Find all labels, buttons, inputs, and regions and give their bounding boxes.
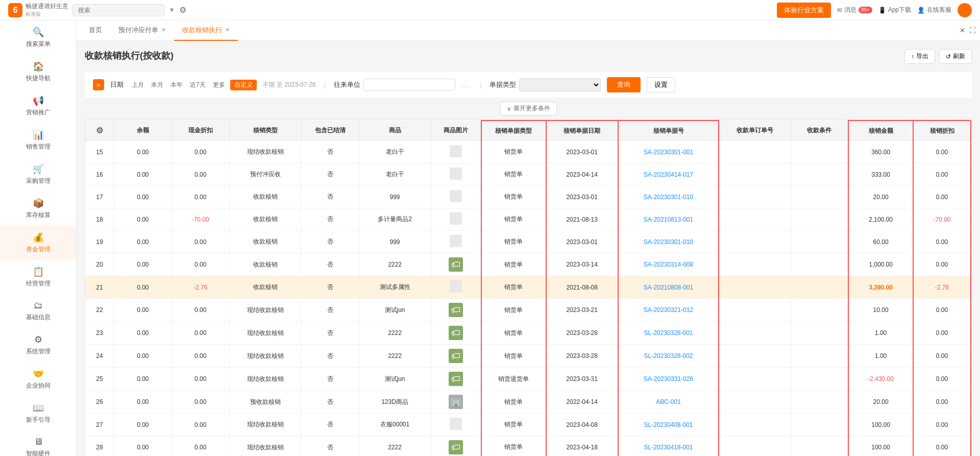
sidebar-item-basic-info[interactable]: 🗂 基础信息	[0, 294, 76, 328]
sidebar-label-operation: 经营管理	[26, 279, 51, 288]
cell-cash-discount: 0.00	[172, 436, 229, 457]
cell-bill-no: SA-20210808-001	[618, 276, 719, 299]
sidebar-item-operation[interactable]: 📋 经营管理	[0, 260, 76, 294]
close-tab-icon[interactable]: ✕	[960, 27, 965, 34]
sidebar-item-search-menu[interactable]: 🔍 搜索菜单	[0, 20, 76, 55]
export-button[interactable]: ↑ 导出	[904, 49, 935, 64]
cell-bill-date: 2023-04-18	[546, 436, 618, 457]
online-service-btn[interactable]: 👤 在线客服	[917, 6, 951, 14]
date-opt-this-year[interactable]: 本年	[168, 80, 185, 90]
col-header-bill-type: 核销单据类型	[481, 121, 546, 141]
cell-cancel-type: 收款核销	[229, 231, 301, 253]
cell-row-num: 26	[85, 391, 114, 414]
bill-no-link[interactable]: SA-20230314-008	[644, 261, 693, 268]
query-button[interactable]: 查询	[607, 77, 641, 92]
cell-product-img: 🏷	[431, 322, 481, 345]
tab-prepay[interactable]: 预付冲应付单 ✕	[110, 20, 174, 41]
bill-no-link[interactable]: SL-20230408-001	[644, 421, 693, 428]
sidebar-item-purchase[interactable]: 🛒 采购管理	[0, 157, 76, 191]
sidebar-item-inventory[interactable]: 📦 库存核算	[0, 191, 76, 226]
message-btn[interactable]: ✉ 消息 99+	[837, 6, 872, 14]
sidebar-item-hardware[interactable]: 🖥 智能硬件	[0, 430, 76, 456]
tab-receipt-cancel-close-icon[interactable]: ✕	[225, 27, 230, 33]
expand-more-button[interactable]: ∨ 展开更多条件	[500, 102, 557, 115]
cell-bill-date: 2023-03-01	[546, 141, 618, 163]
date-opt-more[interactable]: 更多	[211, 80, 227, 90]
sidebar-item-enterprise[interactable]: 🤝 企业协同	[0, 362, 76, 396]
col-header-settings[interactable]: ⚙	[85, 121, 114, 141]
product-image: 🏷	[449, 349, 463, 363]
table-settings-icon[interactable]: ⚙	[96, 126, 103, 135]
cell-row-num: 28	[85, 436, 114, 457]
cell-cancel-type: 预付冲应收	[229, 163, 301, 186]
sidebar-item-quick-nav[interactable]: 🏠 快捷导航	[0, 55, 76, 89]
cell-cash-discount: 0.00	[172, 322, 229, 345]
bill-no-link[interactable]: SA-20230414-017	[644, 171, 693, 178]
cell-cancel-amount: 60.00	[848, 231, 913, 253]
filter-bill-type-select[interactable]	[519, 78, 601, 91]
bill-no-link[interactable]: SA-20230301-010	[644, 194, 693, 201]
sidebar-label-finance: 资金管理	[26, 245, 51, 254]
bill-no-link[interactable]: SA-20210813-001	[644, 216, 693, 223]
cell-cash-discount: 0.00	[172, 368, 229, 391]
cell-cancel-amount: 100.00	[848, 414, 913, 436]
cell-cancel-type: 现结收款核销	[229, 368, 301, 391]
cell-bill-type: 销货退货单	[481, 368, 546, 391]
solution-button[interactable]: 体验行业方案	[777, 3, 831, 18]
layout: 🔍 搜索菜单 🏠 快捷导航 📢 营销推广 📊 销售管理 🛒 采购管理 📦 库存核…	[0, 20, 980, 456]
filter-expand-button[interactable]: »	[93, 79, 104, 90]
app-download-btn[interactable]: 📱 App下载	[878, 6, 911, 14]
bill-no-link[interactable]: SA-20230301-010	[644, 238, 693, 246]
cell-cancel-amount: -2,430.00	[848, 368, 913, 391]
date-range-text: 不限 至 2023-07-26	[263, 81, 316, 89]
filter-bill-type: 单据类型	[489, 78, 601, 91]
cell-cancel-type: 现结收款核销	[229, 436, 301, 457]
bill-no-link[interactable]: SA-20230321-012	[644, 306, 693, 314]
bill-no-link[interactable]: SL-20230328-002	[644, 352, 693, 359]
maximize-icon[interactable]: ⛶	[969, 27, 976, 34]
cell-cancel-discount: 0.00	[913, 141, 971, 163]
tab-home[interactable]: 首页	[81, 20, 110, 41]
bill-no-link[interactable]: ABC-001	[656, 398, 681, 405]
sidebar-label-sales: 销售管理	[26, 142, 51, 151]
settings-icon[interactable]: ⚙	[179, 5, 186, 15]
date-opt-this-month[interactable]: 本月	[149, 80, 165, 90]
main-content: 首页 预付冲应付单 ✕ 收款核销执行 ✕ ✕ ⛶ 收款核销执行(按收款) ↑	[77, 20, 980, 456]
bill-no-link[interactable]: SA-20230331-026	[644, 375, 693, 382]
date-opt-last-month[interactable]: 上月	[130, 80, 146, 90]
search-input[interactable]	[72, 4, 164, 16]
cell-receipt-condition	[791, 208, 848, 231]
sidebar-item-guide[interactable]: 📖 新手引导	[0, 396, 76, 430]
filter-date-label: 日期	[110, 80, 124, 89]
bill-no-link[interactable]: SL-20230418-001	[644, 444, 693, 451]
tab-receipt-cancel[interactable]: 收款核销执行 ✕	[174, 20, 238, 41]
cell-cancel-discount: 0.00	[913, 253, 971, 276]
date-opt-7days[interactable]: 近7天	[188, 80, 208, 90]
sidebar-item-sales[interactable]: 📊 销售管理	[0, 123, 76, 157]
cell-product: 衣服00001	[359, 414, 431, 436]
bill-no-link[interactable]: SL-20230328-001	[644, 329, 693, 337]
page-title: 收款核销执行(按收款)	[85, 50, 174, 62]
sidebar-item-marketing[interactable]: 📢 营销推广	[0, 89, 76, 123]
filter-from-unit-input[interactable]	[363, 79, 455, 91]
user-avatar[interactable]	[958, 3, 972, 17]
setting-button[interactable]: 设置	[647, 77, 675, 92]
date-opt-custom[interactable]: 自定义	[230, 80, 257, 90]
sidebar-item-finance[interactable]: 💰 资金管理	[0, 226, 76, 260]
cell-balance: 0.00	[114, 368, 172, 391]
cell-product: 测试多属性	[359, 276, 431, 299]
cell-bill-date: 2021-08-13	[546, 208, 618, 231]
cell-includes-cleared: 否	[301, 163, 359, 186]
bill-no-link[interactable]: SA-20230301-001	[644, 149, 693, 156]
cell-cash-discount: 0.00	[172, 141, 229, 163]
cell-row-num: 24	[85, 345, 114, 368]
sidebar-item-system[interactable]: ⚙ 系统管理	[0, 328, 76, 362]
table-row: 22 0.00 0.00 现结收款核销 否 测试jun 🏷 销货单 2023-0…	[85, 299, 971, 322]
bill-no-link[interactable]: SA-20210808-001	[644, 284, 693, 291]
tab-prepay-close-icon[interactable]: ✕	[161, 27, 166, 33]
cell-receipt-condition	[791, 436, 848, 457]
refresh-button[interactable]: ↺ 刷新	[939, 49, 972, 64]
filter-separator-2: |	[480, 81, 481, 89]
dropdown-icon[interactable]: ▼	[168, 6, 175, 14]
sidebar-label-purchase: 采购管理	[26, 177, 51, 185]
